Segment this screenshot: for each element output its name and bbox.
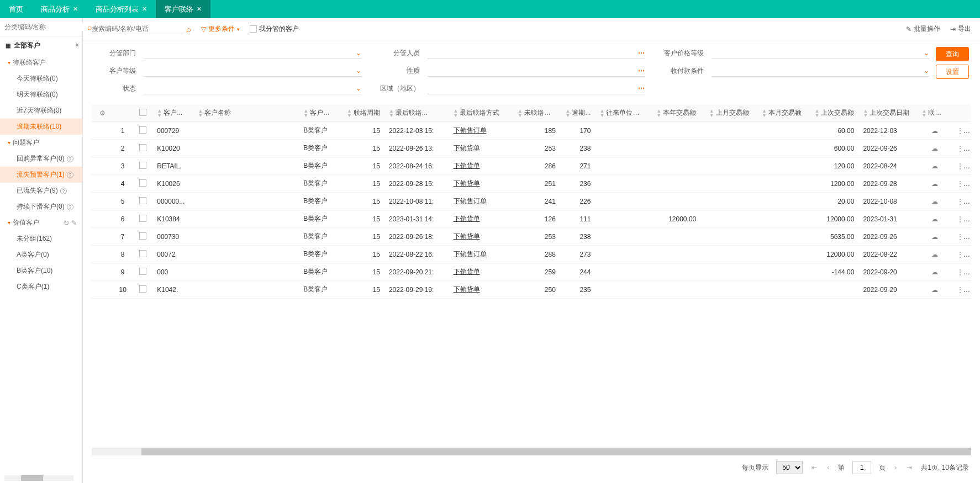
contact-method-link[interactable]: 下销货单 <box>454 285 480 293</box>
filter-payment[interactable]: 收付款条件⌄ <box>662 65 929 77</box>
horizontal-scrollbar[interactable] <box>92 448 971 455</box>
gear-icon[interactable]: ⚙ <box>99 109 106 117</box>
sidebar-group[interactable]: ▾价值客户↻✎ <box>0 215 82 231</box>
more-icon[interactable]: ⋮⋮ <box>957 198 970 205</box>
more-icon[interactable]: ⋮⋮ <box>957 180 970 188</box>
wechat-icon[interactable]: ☁ <box>931 145 938 152</box>
more-icon[interactable]: ⋮⋮ <box>957 145 970 152</box>
close-icon[interactable]: ✕ <box>197 6 202 13</box>
wechat-icon[interactable]: ☁ <box>931 215 938 223</box>
page-input[interactable] <box>852 461 871 474</box>
filter-price-level[interactable]: 客户价格等级⌄ <box>662 47 929 59</box>
column-header[interactable]: ▲▼客户名称 <box>193 104 299 122</box>
filter-status[interactable]: 状态⌄ <box>94 82 361 94</box>
my-customers-checkbox[interactable]: 我分管的客户 <box>250 24 299 34</box>
next-page-button[interactable]: › <box>893 464 898 471</box>
column-header[interactable]: ▲▼上月交易额 <box>700 104 753 122</box>
edit-icon[interactable]: ✎ <box>71 219 77 227</box>
wechat-icon[interactable]: ☁ <box>931 268 938 276</box>
checkbox-icon[interactable] <box>139 109 146 116</box>
more-icon[interactable]: ⋮⋮ <box>957 251 970 258</box>
column-header[interactable]: ▲▼联络周期 <box>340 104 384 122</box>
wechat-icon[interactable]: ☁ <box>931 286 938 294</box>
tab-商品分析[interactable]: 商品分析✕ <box>32 0 87 18</box>
last-page-button[interactable]: ⇥ <box>905 464 913 471</box>
filter-person[interactable]: 分管人员⋯ <box>378 47 645 59</box>
contact-method-link[interactable]: 下销货单 <box>454 144 480 152</box>
search-input[interactable] <box>92 24 184 34</box>
contact-method-link[interactable]: 下销售订单 <box>454 197 487 205</box>
search-icon[interactable]: ⌕ <box>87 23 92 31</box>
more-icon[interactable]: ⋮⋮ <box>957 215 970 223</box>
close-icon[interactable]: ✕ <box>142 6 147 13</box>
sidebar-item[interactable]: 近7天待联络(0) <box>0 103 82 119</box>
filter-region[interactable]: 区域（地区）⋯ <box>378 82 645 94</box>
sidebar-item[interactable]: 流失预警客户(1)? <box>0 167 82 183</box>
filter-cust-level[interactable]: 客户等级⌄ <box>94 65 361 77</box>
column-header[interactable]: ▲▼本年交易额 <box>648 104 700 122</box>
column-header[interactable] <box>133 104 152 122</box>
collapse-sidebar-icon[interactable]: « <box>75 41 79 49</box>
column-header[interactable]: ▲▼本月交易额 <box>754 104 806 122</box>
tab-首页[interactable]: 首页 <box>0 0 32 18</box>
prev-page-button[interactable]: ‹ <box>826 464 830 471</box>
search-icon[interactable]: ⌕ <box>186 24 191 34</box>
close-icon[interactable]: ✕ <box>73 6 78 13</box>
sidebar-item[interactable]: 持续下滑客户(0)? <box>0 199 82 215</box>
sidebar-item[interactable]: B类客户(10) <box>0 263 82 279</box>
sidebar-group[interactable]: ▾问题客户 <box>0 135 82 151</box>
contact-method-link[interactable]: 下销货单 <box>454 215 480 222</box>
column-header[interactable]: ▲▼上次交易日期 <box>858 104 917 122</box>
more-conditions-button[interactable]: ▽ 更多条件 ▾ <box>201 24 240 34</box>
column-header[interactable]: ▲▼上次交易额 <box>806 104 858 122</box>
column-header[interactable]: ▲▼往来单位联... <box>595 104 647 122</box>
sidebar-item[interactable]: 今天待联络(0) <box>0 71 82 87</box>
column-header[interactable]: ▲▼最后联络... <box>384 104 449 122</box>
contact-method-link[interactable]: 下销货单 <box>454 179 480 187</box>
column-header[interactable] <box>113 104 133 122</box>
first-page-button[interactable]: ⇤ <box>810 464 818 471</box>
column-header[interactable]: ▲▼最后联络方式 <box>449 104 514 122</box>
column-header[interactable]: ▲▼客户分组 <box>299 104 340 122</box>
sidebar-root[interactable]: ▦ 全部客户 « <box>0 36 82 55</box>
more-icon[interactable]: ⋮⋮ <box>957 233 970 241</box>
column-header[interactable]: ▲▼联络动作 <box>917 104 952 122</box>
column-header[interactable]: ▲▼客户... <box>152 104 193 122</box>
wechat-icon[interactable]: ☁ <box>931 233 938 241</box>
batch-ops-button[interactable]: ✎ 批量操作 <box>906 24 940 34</box>
page-size-select[interactable]: 50 <box>776 461 803 474</box>
column-header[interactable]: ▲▼逾期... <box>560 104 596 122</box>
sidebar-item[interactable]: 回购异常客户(0)? <box>0 151 82 167</box>
more-icon[interactable]: ⋮⋮ <box>957 268 970 276</box>
sidebar-item[interactable]: 明天待联络(0) <box>0 87 82 103</box>
help-icon[interactable]: ? <box>67 156 73 162</box>
tab-客户联络[interactable]: 客户联络✕ <box>156 0 210 18</box>
filter-dept[interactable]: 分管部门⌄ <box>94 47 361 59</box>
more-icon[interactable]: ⋮⋮ <box>957 286 970 294</box>
sidebar-search-input[interactable] <box>4 23 87 31</box>
query-button[interactable]: 查询 <box>936 47 969 61</box>
wechat-icon[interactable]: ☁ <box>931 180 938 188</box>
sidebar-group[interactable]: ▾待联络客户 <box>0 55 82 71</box>
column-header[interactable]: ▲▼未联络天数 <box>513 104 560 122</box>
sidebar-item[interactable]: C类客户(1) <box>0 279 82 295</box>
help-icon[interactable]: ? <box>60 188 67 194</box>
sidebar-item[interactable]: 逾期未联络(10) <box>0 119 82 135</box>
wechat-icon[interactable]: ☁ <box>931 198 938 205</box>
sidebar-item[interactable]: A类客户(0) <box>0 247 82 263</box>
export-button[interactable]: ⇥ 导出 <box>950 24 971 34</box>
contact-method-link[interactable]: 下销售订单 <box>454 126 487 134</box>
more-icon[interactable]: ⋮⋮ <box>957 127 970 135</box>
filter-nature[interactable]: 性质⋯ <box>378 65 645 77</box>
contact-method-link[interactable]: 下销货单 <box>454 268 480 275</box>
sidebar-item[interactable]: 已流失客户(9)? <box>0 183 82 199</box>
column-header[interactable]: ⚙ <box>92 104 113 122</box>
tab-商品分析列表[interactable]: 商品分析列表✕ <box>87 0 156 18</box>
help-icon[interactable]: ? <box>67 172 73 178</box>
contact-method-link[interactable]: 下销货单 <box>454 162 480 169</box>
contact-method-link[interactable]: 下销售订单 <box>454 250 487 258</box>
wechat-icon[interactable]: ☁ <box>931 251 938 258</box>
help-icon[interactable]: ? <box>67 204 73 210</box>
settings-button[interactable]: 设置 <box>936 65 969 79</box>
contact-method-link[interactable]: 下销货单 <box>454 232 480 240</box>
